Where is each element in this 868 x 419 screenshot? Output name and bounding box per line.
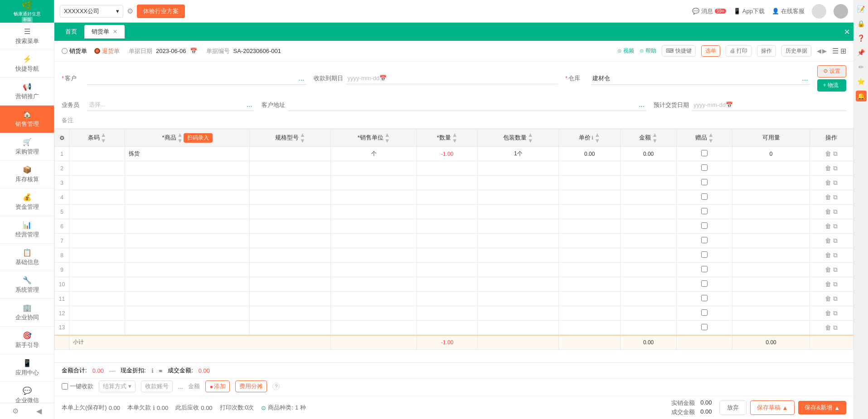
delete-icon-7[interactable]: 🗑 <box>825 237 831 245</box>
tab-bar-close-icon[interactable]: ✕ <box>844 28 850 36</box>
row-unit-9[interactable] <box>331 263 417 277</box>
delete-icon-1[interactable]: 🗑 <box>825 150 831 158</box>
row-quantity-10[interactable] <box>417 277 478 292</box>
quantity-sort-icon[interactable]: ▲▼ <box>452 132 458 144</box>
gift-checkbox-5[interactable] <box>701 208 708 214</box>
delete-icon-13[interactable]: 🗑 <box>825 324 831 332</box>
expense-help-icon[interactable]: ? <box>272 383 280 390</box>
delete-icon-12[interactable]: 🗑 <box>825 309 831 317</box>
row-barcode-7[interactable] <box>69 234 125 248</box>
sidebar-item-sales[interactable]: 🏠 销售管理 <box>0 106 54 133</box>
row-unit-10[interactable] <box>331 277 417 292</box>
payment-dots-icon[interactable]: ... <box>178 383 183 390</box>
sidebar-item-search-order[interactable]: ☰ 搜索菜单 <box>0 23 54 50</box>
sidebar-item-operations[interactable]: 📊 经营管理 <box>0 216 54 244</box>
sidebar-item-purchase[interactable]: 🛒 采购管理 <box>0 133 54 161</box>
address-dots-icon[interactable]: ... <box>639 101 645 109</box>
help-link[interactable]: ⊙ 帮助 <box>640 47 656 55</box>
row-quantity-1[interactable]: -1.00 <box>417 147 478 161</box>
user-avatar-2[interactable] <box>834 4 848 19</box>
row-barcode-13[interactable] <box>69 321 125 335</box>
row-unit-3[interactable] <box>331 176 417 190</box>
row-price-10[interactable] <box>559 277 621 292</box>
warehouse-input[interactable]: 建材仓 ... <box>591 72 810 85</box>
row-amount-10[interactable] <box>621 277 676 292</box>
sidebar-item-wechat[interactable]: 💬 企业微信 <box>0 382 54 403</box>
unit-sort-icon[interactable]: ▲▼ <box>384 132 390 144</box>
row-spec-9[interactable] <box>250 263 331 277</box>
row-price-7[interactable] <box>559 234 621 248</box>
gift-checkbox-7[interactable] <box>701 237 708 243</box>
row-amount-12[interactable] <box>621 306 676 321</box>
copy-icon-12[interactable]: ⧉ <box>833 309 838 317</box>
pkg-sort-icon[interactable]: ▲▼ <box>528 132 533 144</box>
row-product-10[interactable] <box>125 277 250 292</box>
customer-address-input[interactable]: ... <box>288 99 647 111</box>
row-pkg-qty-10[interactable] <box>478 277 559 292</box>
gift-checkbox-12[interactable] <box>701 309 708 316</box>
right-panel-edit-icon[interactable]: ✏ <box>856 62 867 72</box>
gift-checkbox-9[interactable] <box>701 266 708 272</box>
right-panel-lock-icon[interactable]: 🔒 <box>856 18 867 29</box>
row-gift-1[interactable] <box>676 147 732 161</box>
row-quantity-12[interactable] <box>417 306 478 321</box>
barcode-sort-icon[interactable]: ▲▼ <box>101 132 107 144</box>
abandon-button[interactable]: 放弃 <box>719 400 747 415</box>
gift-checkbox-13[interactable] <box>701 324 708 330</box>
gift-checkbox-2[interactable] <box>701 164 708 171</box>
row-spec-12[interactable] <box>250 306 331 321</box>
gift-sort-icon[interactable]: ▲▼ <box>708 132 714 144</box>
row-pkg-qty-4[interactable] <box>478 190 559 205</box>
right-panel-pin-icon[interactable]: 📌 <box>856 47 867 58</box>
row-pkg-qty-11[interactable] <box>478 292 559 306</box>
copy-icon-1[interactable]: ⧉ <box>833 150 838 158</box>
sidebar-item-enterprise[interactable]: 🏢 企业协同 <box>0 299 54 327</box>
delete-icon-8[interactable]: 🗑 <box>825 251 831 259</box>
row-pkg-qty-5[interactable] <box>478 205 559 219</box>
row-product-12[interactable] <box>125 306 250 321</box>
row-product-5[interactable] <box>125 205 250 219</box>
sidebar-item-inventory[interactable]: 📦 库存核算 <box>0 161 54 188</box>
row-unit-2[interactable] <box>331 161 417 176</box>
radio-return-order[interactable]: 退货单 <box>94 47 120 55</box>
row-price-6[interactable] <box>559 219 621 234</box>
print-btn[interactable]: 🖨 打印 <box>726 45 752 57</box>
copy-icon-2[interactable]: ⧉ <box>833 164 838 172</box>
row-quantity-11[interactable] <box>417 292 478 306</box>
sidebar-item-guide[interactable]: 🎯 新手引导 <box>0 327 54 354</box>
spec-sort-icon[interactable]: ▲▼ <box>300 132 305 144</box>
row-amount-9[interactable] <box>621 263 676 277</box>
row-price-3[interactable] <box>559 176 621 190</box>
row-pkg-qty-13[interactable] <box>478 321 559 335</box>
row-price-5[interactable] <box>559 205 621 219</box>
row-price-8[interactable] <box>559 248 621 263</box>
row-price-11[interactable] <box>559 292 621 306</box>
copy-icon-5[interactable]: ⧉ <box>833 208 838 216</box>
product-type[interactable]: ⊙ 商品种类: 1 种 <box>261 404 305 412</box>
row-spec-8[interactable] <box>250 248 331 263</box>
row-gift-3[interactable] <box>676 176 732 190</box>
operate-btn[interactable]: 操作 <box>757 45 776 57</box>
row-barcode-3[interactable] <box>69 176 125 190</box>
copy-icon-6[interactable]: ⧉ <box>833 222 838 230</box>
row-unit-1[interactable]: 个 <box>331 147 417 161</box>
row-barcode-2[interactable] <box>69 161 125 176</box>
row-unit-6[interactable] <box>331 219 417 234</box>
row-barcode-10[interactable] <box>69 277 125 292</box>
row-gift-5[interactable] <box>676 205 732 219</box>
expected-date-input[interactable]: yyyy-mm-dd 📅 <box>692 99 846 111</box>
row-pkg-qty-1[interactable]: 1个 <box>478 147 559 161</box>
delete-icon-9[interactable]: 🗑 <box>825 266 831 274</box>
row-amount-13[interactable] <box>621 321 676 335</box>
company-selector[interactable]: XXXXXX公司 ▾ <box>60 5 123 18</box>
row-amount-11[interactable] <box>621 292 676 306</box>
gift-checkbox-3[interactable] <box>701 179 708 185</box>
delete-icon-5[interactable]: 🗑 <box>825 208 831 216</box>
gift-checkbox-1[interactable] <box>701 150 708 156</box>
user-avatar[interactable] <box>812 4 826 19</box>
row-quantity-13[interactable] <box>417 321 478 335</box>
sidebar-settings-icon[interactable]: ⚙ <box>12 407 19 415</box>
row-spec-3[interactable] <box>250 176 331 190</box>
row-spec-5[interactable] <box>250 205 331 219</box>
row-amount-8[interactable] <box>621 248 676 263</box>
